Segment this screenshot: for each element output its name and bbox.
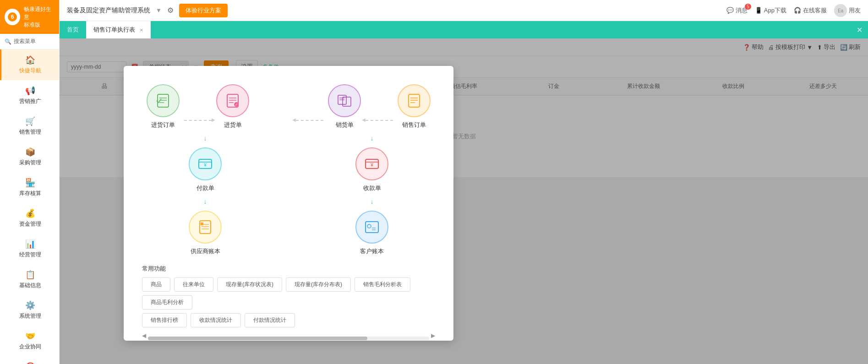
sidebar-item-label: 销售管理 — [19, 128, 41, 136]
purchase-bill-col: ↓ ¥ 付款单 — [184, 134, 226, 197]
customer-col: ↓ 客户账本 — [351, 197, 393, 260]
flow-top-row: 进货订单 ✓ 进货单 — [142, 80, 435, 134]
app-download-btn[interactable]: 📱 App下载 — [755, 6, 786, 15]
message-btn[interactable]: 💬 消息 5 — [726, 6, 748, 15]
tabbar: 首页 销售订单执行表 × ✕ — [60, 21, 868, 38]
sales-order-circle — [398, 84, 431, 117]
common-btn-payment-stats[interactable]: 付款情况统计 — [245, 313, 295, 327]
flow-payment-bill[interactable]: ¥ 付款单 — [184, 143, 226, 197]
svg-text:6: 6 — [11, 14, 14, 20]
flow-supplier-ledger[interactable]: 供应商账本 — [184, 206, 226, 260]
common-section-title: 常用功能 — [142, 265, 435, 273]
topbar: 装备及固定资产辅助管理系统 ▼ ⚙ 体验行业方案 💬 消息 5 📱 App下载 … — [60, 0, 868, 21]
message-badge: 5 — [745, 4, 751, 10]
sidebar-item-label: 采购管理 — [19, 159, 41, 167]
sidebar-item-basic-info[interactable]: 📋 基础信息 — [0, 264, 59, 295]
common-btn-inventory-status[interactable]: 现存量(库存状况表) — [217, 277, 282, 292]
spacer3 — [393, 134, 435, 197]
sidebar-item-operations[interactable]: 📊 经营管理 — [0, 234, 59, 264]
sidebar-item-enterprise[interactable]: 🤝 企业协同 — [0, 326, 59, 356]
common-btn-goods-margin[interactable]: 商品毛利分析 — [142, 295, 192, 310]
flow-purchase-bill[interactable]: ✓ 进货单 — [212, 80, 254, 134]
sidebar-item-finance[interactable]: 💰 资金管理 — [0, 203, 59, 234]
scroll-right-btn[interactable]: ▶ — [431, 332, 435, 339]
svg-text:✓: ✓ — [235, 103, 238, 107]
sidebar-item-label: 营销推广 — [19, 98, 41, 105]
finance-icon: 💰 — [25, 208, 35, 218]
scroll-left-btn[interactable]: ◀ — [142, 332, 146, 339]
modal-scroll-row: ◀ ▶ — [142, 331, 435, 340]
common-section: 常用功能 商品 往来单位 现存量(库存状况表) 现存量(库存分布表) 销售毛利分… — [142, 265, 435, 327]
down-arrow-customer: ↓ — [371, 198, 374, 205]
tab-home-label: 首页 — [67, 26, 79, 34]
sidebar-item-marketing[interactable]: 📢 营销推广 — [0, 80, 59, 111]
payment-bill-circle: ¥ — [189, 147, 222, 180]
sidebar-item-quick-nav[interactable]: 🏠 快捷导航 — [0, 49, 59, 80]
tabbar-close-btn[interactable]: ✕ — [851, 26, 868, 34]
supplier-col: ↓ 供应商账本 — [184, 197, 226, 260]
sidebar-item-label: 企业协同 — [19, 343, 41, 351]
marketing-icon: 📢 — [25, 86, 35, 96]
common-btns-row2: 销售排行榜 收款情况统计 付款情况统计 — [142, 313, 435, 327]
sales-bill-circle — [328, 84, 361, 117]
sidebar-item-label: 系统管理 — [19, 312, 41, 320]
modal-scrollbar[interactable] — [148, 337, 429, 340]
tab-close-btn[interactable]: × — [140, 27, 143, 33]
topbar-dropdown-icon[interactable]: ▼ — [156, 7, 162, 14]
common-btn-goods[interactable]: 商品 — [142, 277, 170, 292]
sidebar-item-system[interactable]: ⚙️ 系统管理 — [0, 295, 59, 326]
user-avatar: Ea — [834, 4, 847, 17]
flow-purchase-order[interactable]: 进货订单 — [142, 80, 184, 134]
search-icon: 🔍 — [5, 38, 11, 45]
common-btn-partners[interactable]: 往来单位 — [174, 277, 213, 292]
arrow-3 — [366, 120, 393, 121]
flow-middle: ↓ ¥ 付款单 — [142, 134, 435, 197]
system-icon: ⚙️ — [25, 300, 35, 310]
flow-bottom: ↓ 供应商账本 — [142, 197, 435, 260]
purchase-bill-label: 进货单 — [224, 121, 242, 129]
user-menu[interactable]: Ea 用友 — [834, 4, 861, 17]
svg-text:¥: ¥ — [203, 163, 207, 168]
search-label: 搜索菜单 — [14, 38, 36, 45]
svg-point-34 — [367, 224, 371, 228]
flow-customer-ledger[interactable]: 客户账本 — [351, 206, 393, 260]
settings-icon[interactable]: ⚙ — [167, 6, 174, 15]
sales-bill-label: 销货单 — [336, 121, 354, 129]
sidebar-item-label: 基础信息 — [19, 282, 41, 289]
flow-sales-order[interactable]: 销售订单 — [393, 80, 435, 134]
flow-sales-bill[interactable]: 销货单 — [323, 80, 366, 134]
common-btn-inventory-dist[interactable]: 现存量(库存分布表) — [286, 277, 351, 292]
sales-bill-col: ↓ ¥ 收款单 — [351, 134, 393, 197]
modal-overlay: 进货订单 ✓ 进货单 — [60, 38, 868, 364]
sales-order-label: 销售订单 — [402, 121, 426, 129]
tab-sales-order-execution[interactable]: 销售订单执行表 × — [86, 21, 151, 38]
logo-icon: 6 — [5, 9, 20, 25]
main-content: 装备及固定资产辅助管理系统 ▼ ⚙ 体验行业方案 💬 消息 5 📱 App下载 … — [60, 0, 868, 364]
sidebar-item-inventory[interactable]: 🏪 库存核算 — [0, 172, 59, 203]
online-service-btn[interactable]: 🎧 在线客服 — [794, 6, 827, 15]
sales-icon: 🛒 — [25, 116, 35, 126]
common-btn-receipt-stats[interactable]: 收款情况统计 — [191, 313, 241, 327]
svg-rect-18 — [409, 94, 420, 107]
service-icon: 🎧 — [794, 7, 801, 14]
purchase-order-circle — [147, 84, 180, 117]
spacer2 — [226, 134, 351, 197]
sidebar-item-sales[interactable]: 🛒 销售管理 — [0, 111, 59, 141]
experience-btn[interactable]: 体验行业方案 — [179, 4, 228, 17]
svg-rect-4 — [158, 94, 169, 107]
sidebar-nav: 🏠 快捷导航 📢 营销推广 🛒 销售管理 📦 采购管理 🏪 库存核算 💰 — [0, 49, 59, 364]
purchase-bill-circle: ✓ — [216, 84, 249, 117]
common-btn-sales-margin[interactable]: 销售毛利分析表 — [355, 277, 410, 292]
sidebar-item-newbie[interactable]: 🎯 新手引导 — [0, 356, 59, 364]
sidebar-logo: 6 畅康通好生意 标准版 — [0, 0, 59, 34]
svg-rect-32 — [201, 223, 203, 225]
svg-rect-15 — [343, 97, 351, 106]
sidebar-search[interactable]: 🔍 搜索菜单 — [0, 34, 59, 49]
sidebar-item-purchase[interactable]: 📦 采购管理 — [0, 141, 59, 172]
arrow-2 — [296, 120, 323, 121]
common-btn-sales-rank[interactable]: 销售排行榜 — [142, 313, 187, 327]
spacer5 — [226, 197, 351, 260]
spacer4 — [142, 197, 184, 260]
tab-home[interactable]: 首页 — [60, 21, 86, 38]
flow-receipt-bill[interactable]: ¥ 收款单 — [351, 143, 393, 197]
